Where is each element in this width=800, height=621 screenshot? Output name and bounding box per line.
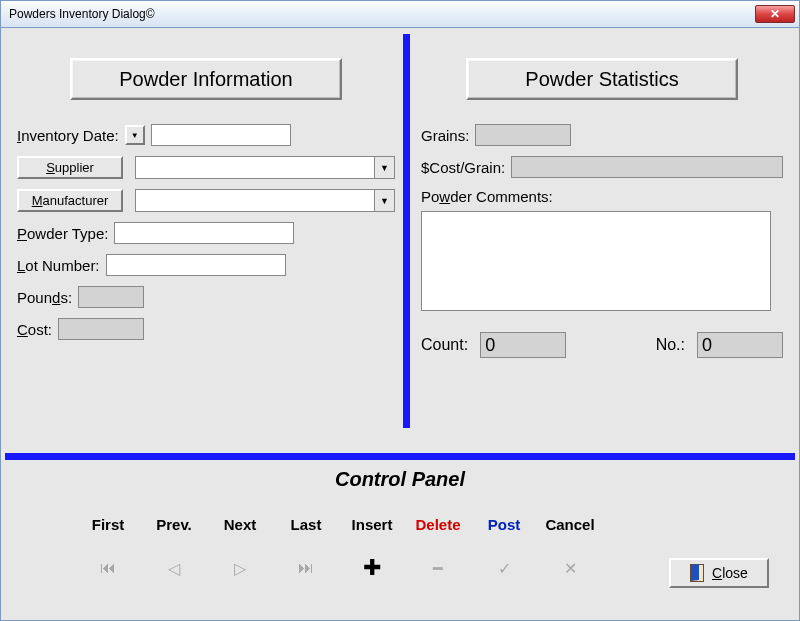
- navigator: First Prev. Next Last Insert Delete Post…: [75, 512, 603, 585]
- cost-label: Cost:: [17, 321, 52, 338]
- inventory-date-label: Inventory Date:: [17, 127, 119, 144]
- cost-grain-label: $Cost/Grain:: [421, 159, 505, 176]
- pounds-row: Pounds:: [17, 286, 395, 308]
- comments-textarea[interactable]: [421, 211, 771, 311]
- powder-statistics-panel: Powder Statistics Grains: $Cost/Grain: P…: [417, 40, 787, 450]
- close-icon: ✕: [770, 7, 780, 21]
- nav-first-button[interactable]: ⏮: [75, 537, 141, 585]
- x-icon: ✕: [564, 560, 577, 577]
- pounds-label: Pounds:: [17, 289, 72, 306]
- grains-row: Grains:: [421, 124, 783, 146]
- lot-number-label: Lot Number:: [17, 257, 100, 274]
- nav-cancel-label: Cancel: [537, 512, 603, 537]
- powder-type-field[interactable]: [114, 222, 294, 244]
- supplier-button[interactable]: Supplier: [17, 156, 123, 179]
- nav-insert-button[interactable]: ✚: [339, 537, 405, 585]
- vertical-divider: [403, 34, 410, 428]
- count-field: 0: [480, 332, 566, 358]
- cost-row: Cost:: [17, 318, 395, 340]
- control-panel: Control Panel First Prev. Next Last Inse…: [15, 464, 785, 612]
- nav-last-label: Last: [273, 512, 339, 537]
- no-label: No.:: [656, 336, 685, 354]
- inventory-date-row: Inventory Date: ▼: [17, 124, 395, 146]
- check-icon: ✓: [498, 560, 511, 577]
- control-panel-title: Control Panel: [15, 468, 785, 491]
- powder-type-row: Powder Type:: [17, 222, 395, 244]
- next-icon: ▷: [234, 560, 246, 577]
- comments-row: Powder Comments:: [421, 188, 783, 314]
- nav-insert-label: Insert: [339, 512, 405, 537]
- powder-statistics-button[interactable]: Powder Statistics: [466, 58, 738, 100]
- horizontal-divider: [5, 453, 795, 460]
- comments-label: Powder Comments:: [421, 188, 777, 205]
- chevron-down-icon: ▼: [131, 131, 139, 140]
- manufacturer-button[interactable]: Manufacturer: [17, 189, 123, 212]
- powder-information-button[interactable]: Powder Information: [70, 58, 342, 100]
- grains-field: [475, 124, 571, 146]
- close-button[interactable]: Close: [669, 558, 769, 588]
- chevron-down-icon: ▼: [374, 157, 394, 178]
- minus-icon: ━: [433, 560, 443, 577]
- manufacturer-combobox[interactable]: ▼: [135, 189, 395, 212]
- inventory-date-field[interactable]: [151, 124, 291, 146]
- chevron-down-icon: ▼: [374, 190, 394, 211]
- nav-next-label: Next: [207, 512, 273, 537]
- window-close-button[interactable]: ✕: [755, 5, 795, 23]
- nav-first-label: First: [75, 512, 141, 537]
- nav-prev-button[interactable]: ◁: [141, 537, 207, 585]
- manufacturer-row: Manufacturer ▼: [17, 189, 395, 212]
- supplier-value: [136, 157, 374, 178]
- powder-type-label: Powder Type:: [17, 225, 108, 242]
- lot-number-row: Lot Number:: [17, 254, 395, 276]
- prev-icon: ◁: [168, 560, 180, 577]
- cost-grain-row: $Cost/Grain:: [421, 156, 783, 178]
- pounds-field: [78, 286, 144, 308]
- nav-post-button[interactable]: ✓: [471, 537, 537, 585]
- door-icon: [690, 564, 704, 582]
- nav-delete-label: Delete: [405, 512, 471, 537]
- titlebar: Powders Inventory Dialog© ✕: [0, 0, 800, 28]
- nav-delete-button[interactable]: ━: [405, 537, 471, 585]
- nav-last-button[interactable]: ⏭: [273, 537, 339, 585]
- date-picker-button[interactable]: ▼: [125, 125, 145, 145]
- lot-number-field[interactable]: [106, 254, 286, 276]
- grains-label: Grains:: [421, 127, 469, 144]
- window-title: Powders Inventory Dialog©: [9, 7, 755, 21]
- nav-next-button[interactable]: ▷: [207, 537, 273, 585]
- client-area: Powder Information Inventory Date: ▼ Sup…: [0, 28, 800, 621]
- cost-grain-field: [511, 156, 783, 178]
- last-icon: ⏭: [298, 559, 314, 576]
- first-icon: ⏮: [100, 559, 116, 576]
- supplier-combobox[interactable]: ▼: [135, 156, 395, 179]
- close-button-label: Close: [712, 565, 748, 581]
- manufacturer-value: [136, 190, 374, 211]
- powder-information-panel: Powder Information Inventory Date: ▼ Sup…: [13, 40, 399, 450]
- count-label: Count:: [421, 336, 468, 354]
- plus-icon: ✚: [363, 555, 381, 580]
- count-no-row: Count: 0 No.: 0: [421, 332, 783, 358]
- nav-post-label: Post: [471, 512, 537, 537]
- cost-field: [58, 318, 144, 340]
- no-field: 0: [697, 332, 783, 358]
- nav-cancel-button[interactable]: ✕: [537, 537, 603, 585]
- nav-prev-label: Prev.: [141, 512, 207, 537]
- supplier-row: Supplier ▼: [17, 156, 395, 179]
